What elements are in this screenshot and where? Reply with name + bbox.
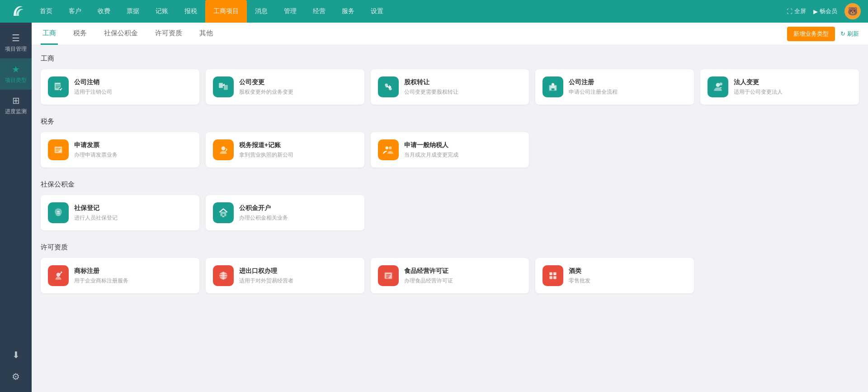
svg-point-15 bbox=[385, 146, 388, 149]
social-register-text: 社保登记 进行人员社保登记 bbox=[74, 204, 118, 222]
company-change-text: 公司变更 股权变更外的业务变更 bbox=[239, 78, 293, 96]
nav-setting[interactable]: 设置 bbox=[363, 0, 392, 23]
company-cancel-icon bbox=[48, 76, 69, 97]
legal-change-icon bbox=[708, 76, 728, 97]
equity-transfer-icon bbox=[378, 76, 399, 97]
vip-btn[interactable]: ▶ 畅会员 bbox=[813, 7, 837, 15]
svg-rect-27 bbox=[553, 276, 557, 279]
svg-rect-24 bbox=[550, 272, 553, 275]
company-cancel-title: 公司注销 bbox=[74, 78, 112, 86]
card-company-register[interactable]: 公司注册 申请公司注册全流程 bbox=[535, 69, 694, 105]
svg-point-14 bbox=[221, 146, 225, 150]
housing-fund-title: 公积金开户 bbox=[239, 204, 288, 212]
refresh-label: 刷新 bbox=[847, 30, 859, 38]
tax-bookkeeping-icon bbox=[213, 139, 234, 160]
equity-transfer-title: 股权转让 bbox=[404, 78, 458, 86]
refresh-button[interactable]: ↻ 刷新 bbox=[840, 30, 859, 38]
nav-manage[interactable]: 管理 bbox=[276, 0, 305, 23]
svg-rect-4 bbox=[224, 85, 228, 90]
tabs: 工商 税务 社保公积金 许可资质 其他 bbox=[41, 23, 215, 45]
section-shuiwu: 税务 申请发票 办理申请发票业务 bbox=[41, 117, 859, 167]
shuiwu-cards-grid: 申请发票 办理申请发票业务 税务 bbox=[41, 132, 859, 167]
liquor-desc: 零售批发 bbox=[569, 277, 590, 285]
card-general-taxpayer[interactable]: 申请一般纳税人 当月或次月成变更完成 bbox=[371, 132, 529, 167]
trademark-icon bbox=[48, 265, 69, 286]
food-license-icon bbox=[378, 265, 399, 286]
sidebar-label-project-manage: 项目管理 bbox=[5, 45, 27, 53]
card-trademark[interactable]: 商标注册 用于企业商标注册服务 bbox=[41, 258, 199, 293]
sidebar-item-progress[interactable]: ⊞ 进度监测 bbox=[0, 90, 32, 121]
trademark-desc: 用于企业商标注册服务 bbox=[74, 277, 128, 285]
main-layout: ☰ 项目管理 ★ 项目类型 ⊞ 进度监测 ⬇ ⚙ 工商 税务 社保公积金 bbox=[0, 23, 868, 392]
nav-items: 首页 客户 收费 票据 记账 报税 工商项目 消息 管理 经营 服务 设置 bbox=[32, 0, 787, 23]
card-apply-invoice[interactable]: 申请发票 办理申请发票业务 bbox=[41, 132, 199, 167]
card-tax-bookkeeping[interactable]: 税务报道+记账 拿到营业执照的新公司 bbox=[206, 132, 364, 167]
company-change-desc: 股权变更外的业务变更 bbox=[239, 88, 293, 96]
import-export-title: 进出口权办理 bbox=[239, 267, 293, 275]
top-nav: 首页 客户 收费 票据 记账 报税 工商项目 消息 管理 经营 服务 设置 ⛶ … bbox=[0, 0, 868, 23]
sidebar-label-progress: 进度监测 bbox=[5, 108, 27, 115]
tab-actions: 新增业务类型 ↻ 刷新 bbox=[787, 27, 859, 41]
tab-shuiwu[interactable]: 税务 bbox=[71, 23, 89, 45]
card-company-cancel[interactable]: 公司注销 适用于注销公司 bbox=[41, 69, 199, 105]
tax-bookkeeping-title: 税务报道+记账 bbox=[239, 141, 293, 149]
apply-invoice-icon bbox=[48, 139, 69, 160]
section-title-gongshang: 工商 bbox=[41, 54, 859, 63]
sidebar-download[interactable]: ⬇ bbox=[0, 344, 32, 366]
sidebar-settings[interactable]: ⚙ bbox=[0, 366, 32, 387]
card-social-register[interactable]: 社保登记 进行人员社保登记 bbox=[41, 195, 199, 230]
logo bbox=[5, 3, 32, 19]
company-register-title: 公司注册 bbox=[569, 78, 618, 86]
svg-rect-26 bbox=[550, 276, 553, 279]
section-title-xuke: 许可资质 bbox=[41, 243, 859, 252]
nav-customer[interactable]: 客户 bbox=[61, 0, 90, 23]
card-liquor[interactable]: 酒类 零售批发 bbox=[535, 258, 694, 293]
card-equity-transfer[interactable]: 股权转让 公司变更需要股权转让 bbox=[371, 69, 529, 105]
social-register-title: 社保登记 bbox=[74, 204, 118, 212]
general-taxpayer-desc: 当月或次月成变更完成 bbox=[404, 151, 458, 159]
nav-tax[interactable]: 报税 bbox=[176, 0, 205, 23]
nav-home[interactable]: 首页 bbox=[32, 0, 61, 23]
tab-shebao[interactable]: 社保公积金 bbox=[102, 23, 140, 45]
fullscreen-btn[interactable]: ⛶ 全屏 bbox=[787, 7, 806, 15]
download-icon: ⬇ bbox=[12, 349, 20, 360]
sidebar-item-project-manage[interactable]: ☰ 项目管理 bbox=[0, 27, 32, 58]
general-taxpayer-title: 申请一般纳税人 bbox=[404, 141, 458, 149]
legal-change-desc: 适用于公司变更法人 bbox=[734, 88, 783, 96]
card-food-license[interactable]: 食品经营许可证 办理食品经营许可证 bbox=[371, 258, 529, 293]
sidebar-item-project-type[interactable]: ★ 项目类型 bbox=[0, 58, 32, 90]
content-area: 工商 税务 社保公积金 许可资质 其他 新增业务类型 ↻ 刷新 工商 bbox=[32, 23, 868, 392]
svg-point-16 bbox=[389, 146, 392, 149]
nav-service[interactable]: 服务 bbox=[334, 0, 363, 23]
svg-point-10 bbox=[716, 83, 720, 87]
scroll-content[interactable]: 工商 公司注销 bbox=[32, 45, 868, 392]
housing-fund-text: 公积金开户 办理公积金相关业务 bbox=[239, 204, 288, 222]
settings-icon: ⚙ bbox=[12, 371, 20, 382]
card-company-change[interactable]: 公司变更 股权变更外的业务变更 bbox=[206, 69, 364, 105]
nav-ticket[interactable]: 票据 bbox=[118, 0, 147, 23]
svg-rect-3 bbox=[219, 83, 223, 88]
equity-transfer-text: 股权转让 公司变更需要股权转让 bbox=[404, 78, 458, 96]
liquor-icon bbox=[542, 265, 563, 286]
gongshang-cards-grid: 公司注销 适用于注销公司 公司变 bbox=[41, 69, 859, 105]
card-import-export[interactable]: 进出口权办理 适用于对外贸易经营者 bbox=[206, 258, 364, 293]
card-housing-fund[interactable]: 公积金开户 办理公积金相关业务 bbox=[206, 195, 364, 230]
nav-biz[interactable]: 工商项目 bbox=[205, 0, 247, 23]
tab-gongshang[interactable]: 工商 bbox=[41, 23, 58, 45]
general-taxpayer-icon bbox=[378, 139, 399, 160]
company-register-icon bbox=[542, 76, 563, 97]
tab-xuke[interactable]: 许可资质 bbox=[153, 23, 184, 45]
nav-message[interactable]: 消息 bbox=[247, 0, 276, 23]
add-type-button[interactable]: 新增业务类型 bbox=[787, 27, 835, 41]
food-license-text: 食品经营许可证 办理食品经营许可证 bbox=[404, 267, 453, 285]
star-icon: ★ bbox=[12, 64, 20, 75]
nav-bookkeeping[interactable]: 记账 bbox=[147, 0, 176, 23]
general-taxpayer-text: 申请一般纳税人 当月或次月成变更完成 bbox=[404, 141, 458, 159]
legal-change-text: 法人变更 适用于公司变更法人 bbox=[734, 78, 783, 96]
grid-icon: ⊞ bbox=[12, 95, 20, 106]
card-legal-change[interactable]: 法人变更 适用于公司变更法人 bbox=[700, 69, 859, 105]
tab-other[interactable]: 其他 bbox=[198, 23, 215, 45]
nav-operate[interactable]: 经营 bbox=[305, 0, 334, 23]
avatar[interactable]: 🐻 bbox=[844, 3, 861, 19]
nav-fee[interactable]: 收费 bbox=[90, 0, 118, 23]
